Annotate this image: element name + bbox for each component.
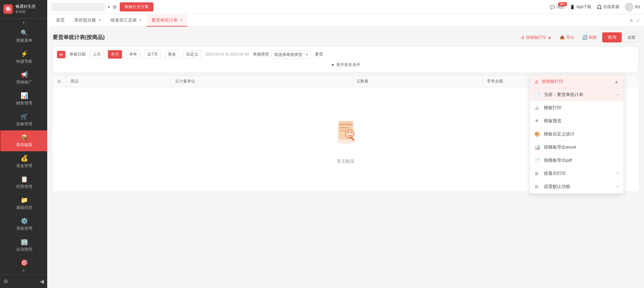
dropdown-display-print[interactable]: 🖥 按显示打印 ▾ — [530, 167, 623, 180]
sidebar-item-label: 营销推广 — [16, 79, 32, 85]
export-icon: 📤 — [560, 35, 565, 40]
basic-nav-icon: 📁 — [21, 196, 28, 204]
user-avatar — [625, 3, 634, 11]
settings-btn[interactable]: 设置 — [624, 33, 639, 42]
topbar-dropdown-btn[interactable]: ▾ — [108, 5, 110, 9]
expand-icon: ▼ — [331, 63, 335, 67]
main-area: ▾ ⚙ 体验行业方案 💬 消息 99+ 📱 App下载 🎧 在线客服 Rit — [47, 0, 644, 288]
dropdown-export-excel[interactable]: 📊 按模板导出excel — [530, 141, 623, 154]
date-filter-label: 单据日期 — [69, 52, 86, 57]
svg-point-8 — [347, 131, 349, 133]
dropdown-template-preview[interactable]: 👁 模板预览 — [530, 115, 623, 128]
date-more-btn[interactable]: 更多 — [165, 50, 179, 59]
sidebar-item-inventory[interactable]: 📦 库存核算 — [0, 130, 47, 151]
sidebar-item-sales[interactable]: 📊 销售管理 — [0, 89, 47, 109]
tab-collection-summary-close[interactable]: ✕ — [139, 18, 142, 22]
empty-illustration — [329, 114, 362, 154]
refresh-btn[interactable]: 🔄 刷新 — [580, 33, 599, 42]
dropdown-export-pdf[interactable]: 📄 按模板导出pdf — [530, 154, 623, 167]
message-icon: 💬 — [550, 5, 555, 9]
tab-home[interactable]: 首页 — [51, 14, 69, 27]
sidebar-item-search[interactable]: 🔍 搜索菜单 — [0, 26, 47, 47]
sidebar-item-finance[interactable]: 💰 资金管理 — [0, 151, 47, 172]
sidebar-item-system[interactable]: ⚙️ 系统管理 — [0, 214, 47, 235]
expand-more-btn[interactable]: ▼ 展开更多条件 — [328, 61, 363, 69]
sidebar-item-quick[interactable]: ⚡ 快捷导航 — [0, 47, 47, 68]
date-current-year-btn[interactable]: 本年 — [126, 50, 140, 59]
logo-icon: 畅 — [3, 4, 13, 14]
sidebar-collapse-btn[interactable]: ◀ — [40, 278, 44, 285]
operations-nav-icon: 📋 — [21, 175, 28, 183]
sidebar-item-enterprise[interactable]: 🏢 企业协同 — [0, 235, 47, 256]
user-avatar-wrap[interactable]: Rit — [625, 3, 640, 11]
sidebar-scroll-bottom: ▼ — [0, 267, 47, 275]
scroll-up-btn[interactable]: ▲ — [21, 20, 26, 25]
filter-expand-icon: ≫ — [57, 51, 65, 58]
system-nav-icon: ⚙️ — [21, 217, 28, 225]
service-icon: 🎧 — [597, 5, 602, 9]
sidebar-settings-btn[interactable]: ⚙ — [3, 278, 8, 285]
service-label: 在线客服 — [603, 4, 619, 10]
app-download-icon: 📱 — [570, 5, 575, 9]
user-name: Rit — [635, 5, 640, 9]
sidebar-item-label: 销售管理 — [16, 100, 32, 106]
sidebar-item-newbie[interactable]: 🎯 新手引导 — [0, 256, 47, 267]
sidebar-item-label: 企业协同 — [16, 247, 32, 252]
window-maximize-btn[interactable]: ⤢ — [636, 18, 640, 23]
scroll-down-btn[interactable]: ▼ — [21, 268, 26, 273]
tab-collection-summary[interactable]: 收发存汇总表 ✕ — [106, 14, 147, 27]
dropdown-current-item[interactable]: 📄 当前：要货单统计表 ▾ — [530, 88, 623, 101]
svg-rect-2 — [340, 124, 352, 125]
template-print-label: 模板打印 — [544, 105, 561, 111]
dropdown-close-btn[interactable]: ▲ — [614, 79, 619, 84]
type-filter-select[interactable]: 请选择单据类型 — [271, 51, 311, 59]
tab-order-stats-close[interactable]: ✕ — [180, 18, 183, 22]
date-current-month-btn[interactable]: 本月 — [108, 50, 122, 59]
cargo-filter-label: 要货 — [315, 52, 323, 57]
sidebar-item-operations[interactable]: 📋 经营管理 — [0, 172, 47, 193]
dropdown-title: 🖨 按模板打印 — [534, 78, 563, 85]
sidebar-item-basic[interactable]: 📁 基础信息 — [0, 193, 47, 214]
svg-point-9 — [350, 131, 352, 133]
date-custom-btn[interactable]: 自定义 — [183, 50, 201, 59]
page-content: 要货单统计表(按商品) 🖨 按模板打印 ▲ 📤 导出 🔄 刷新 查询 设置 — [47, 27, 644, 288]
tab-home-label: 首页 — [56, 17, 65, 23]
app-download-label: App下载 — [576, 4, 591, 10]
filter-expand-btn[interactable]: ≫ — [57, 51, 65, 58]
sidebar-nav: 🔍 搜索菜单 ⚡ 快捷导航 📢 营销推广 📊 销售管理 🛒 采购管理 📦 库存核… — [0, 26, 47, 267]
query-btn[interactable]: 查询 — [602, 32, 622, 42]
dropdown-title-label: 按模板打印 — [541, 78, 563, 85]
trial-btn[interactable]: 体验行业方案 — [120, 2, 153, 11]
dropdown-template-print[interactable]: 🖨 模板打印 — [530, 101, 623, 115]
sidebar-item-marketing[interactable]: 📢 营销推广 — [0, 68, 47, 89]
export-excel-label: 按模板导出excel — [544, 144, 576, 150]
print-template-btn[interactable]: 🖨 按模板打印 ▲ — [518, 33, 554, 42]
message-btn[interactable]: 💬 消息 99+ — [550, 4, 564, 10]
export-pdf-icon: 📄 — [534, 158, 540, 163]
export-excel-icon: 📊 — [534, 145, 540, 150]
dropdown-header: 🖨 按模板打印 ▲ — [530, 75, 623, 88]
dropdown-default-setting[interactable]: ⚙ 设置默认功能 ▾ — [530, 180, 623, 193]
table-settings-icon[interactable]: ⚙ — [57, 79, 61, 84]
tab-inventory-batch[interactable]: 库存批次账 ✕ — [69, 14, 106, 27]
date-prev-month-btn[interactable]: 上月 — [90, 50, 104, 59]
date-last7-btn[interactable]: 近7天 — [144, 50, 161, 59]
refresh-label: 刷新 — [589, 35, 597, 40]
tab-inventory-batch-close[interactable]: ✕ — [98, 18, 101, 22]
dropdown-template-design[interactable]: 🎨 模板自定义设计 — [530, 128, 623, 141]
sidebar-item-label: 快捷导航 — [16, 59, 32, 64]
tab-order-stats[interactable]: 要货单统计表 ✕ — [147, 14, 187, 27]
print-icon: 🖨 — [521, 35, 525, 40]
sidebar-logo: 畅 畅通好生意 标准版 — [0, 0, 47, 19]
template-preview-icon: 👁 — [534, 118, 540, 124]
topbar-gear-btn[interactable]: ⚙ — [113, 4, 117, 10]
export-btn[interactable]: 📤 导出 — [557, 33, 577, 42]
finance-nav-icon: 💰 — [21, 155, 28, 162]
sidebar-item-purchase[interactable]: 🛒 采购管理 — [0, 109, 47, 130]
empty-text: 暂无数据 — [337, 158, 354, 164]
window-close-btn[interactable]: ✕ — [629, 18, 633, 23]
tab-collection-summary-label: 收发存汇总表 — [111, 17, 137, 23]
online-service-btn[interactable]: 🎧 在线客服 — [597, 4, 619, 10]
topbar-search-input[interactable] — [51, 3, 105, 11]
app-download-btn[interactable]: 📱 App下载 — [570, 4, 591, 10]
